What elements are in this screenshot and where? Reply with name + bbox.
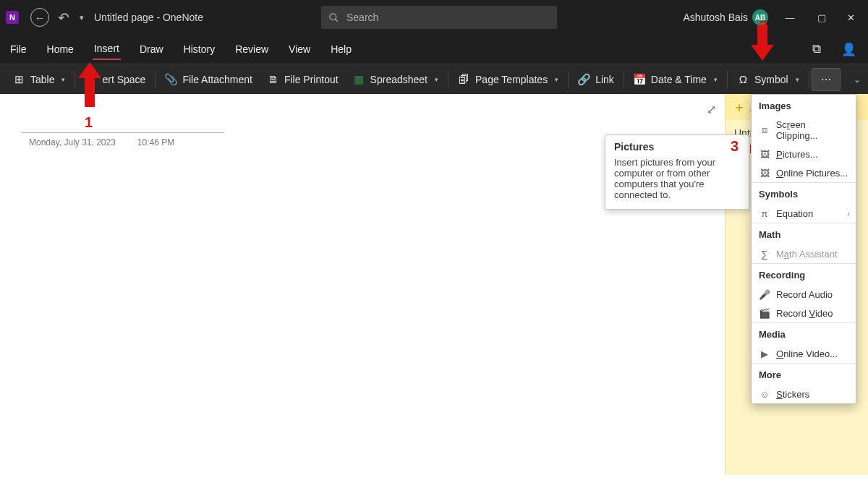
picture-icon: 🖼	[759, 148, 770, 160]
annotation-1-label: 1	[85, 114, 93, 131]
menu-record-video[interactable]: 🎬Record Video	[752, 304, 856, 322]
menu-home[interactable]: Home	[46, 39, 75, 59]
page-header: Monday, July 31, 2023 10:46 PM	[22, 132, 224, 147]
svg-point-0	[330, 13, 336, 20]
tooltip-title: Pictures	[614, 141, 740, 153]
tooltip-body: Insert pictures from your computer or fr…	[614, 157, 740, 200]
table-button[interactable]: ⊞Table▾	[6, 68, 72, 91]
symbol-button[interactable]: ΩSymbol▾	[730, 68, 807, 91]
pi-icon: π	[759, 207, 770, 219]
qat-dropdown[interactable]: ▾	[80, 13, 84, 22]
search-icon	[328, 12, 339, 23]
file-attachment-button[interactable]: 📎File Attachment	[158, 68, 260, 91]
annotation-2-label: 2	[760, 17, 767, 34]
menu-record-audio[interactable]: 🎤Record Audio	[752, 285, 856, 304]
menu-help[interactable]: Help	[329, 39, 353, 59]
dd-header-more: More	[752, 364, 856, 385]
user-account[interactable]: Ashutosh Bais AB	[684, 9, 769, 25]
video-icon: 🎬	[759, 307, 770, 319]
menu-view[interactable]: View	[287, 39, 312, 59]
dd-header-media: Media	[752, 323, 856, 344]
menu-screen-clipping[interactable]: ⧈Screen Clipping...	[752, 116, 856, 145]
excel-icon: ▦	[353, 73, 365, 85]
online-video-icon: ▶	[759, 348, 770, 359]
search-box[interactable]: Search	[321, 6, 557, 29]
math-icon: ∑	[759, 248, 770, 260]
annotation-1-arrow	[78, 62, 101, 110]
onenote-app-icon: N	[6, 11, 19, 24]
calendar-icon: 📅	[634, 73, 646, 85]
table-icon: ⊞	[13, 73, 25, 85]
online-picture-icon: 🖼	[759, 167, 770, 179]
ribbon-collapse-button[interactable]: ⌄	[854, 74, 861, 85]
date-time-button[interactable]: 📅Date & Time▾	[626, 68, 725, 91]
menu-online-pictures[interactable]: 🖼Online Pictures...	[752, 163, 856, 182]
window-maximize-button[interactable]: ▢	[807, 3, 836, 32]
printout-icon: 🗎	[267, 73, 279, 85]
undo-button[interactable]: ↶	[58, 9, 69, 26]
dd-header-recording: Recording	[752, 264, 856, 285]
insert-overflow-menu: Images ⧈Screen Clipping... 🖼Pictures... …	[751, 94, 856, 404]
user-name: Ashutosh Bais	[684, 12, 749, 23]
file-printout-button[interactable]: 🗎File Printout	[260, 68, 346, 91]
search-placeholder: Search	[346, 12, 378, 23]
clipping-icon: ⧈	[759, 124, 770, 136]
dd-header-symbols: Symbols	[752, 183, 856, 204]
window-minimize-button[interactable]: ―	[775, 3, 804, 32]
pictures-tooltip: 3 Pictures Insert pictures from your com…	[605, 134, 749, 210]
spreadsheet-button[interactable]: ▦Spreadsheet▾	[346, 68, 446, 91]
ribbon-insert: ⊞Table▾ ↔ert Space 📎File Attachment 🗎Fil…	[0, 64, 868, 94]
omega-icon: Ω	[737, 73, 749, 85]
menu-equation[interactable]: πEquation›	[752, 204, 856, 223]
window-close-button[interactable]: ✕	[836, 3, 865, 32]
page-time: 10:46 PM	[137, 137, 174, 147]
menu-bar: File Home Insert Draw History Review Vie…	[0, 35, 868, 64]
menu-draw[interactable]: Draw	[138, 39, 165, 59]
link-icon: 🔗	[578, 73, 590, 85]
dd-header-math: Math	[752, 223, 856, 244]
menu-history[interactable]: History	[182, 39, 217, 59]
more-commands-button[interactable]: ⋯	[812, 68, 841, 91]
link-button[interactable]: 🔗Link	[571, 68, 621, 91]
menu-pictures[interactable]: 🖼Pictures...	[752, 145, 856, 163]
svg-line-1	[335, 19, 337, 21]
menu-review[interactable]: Review	[234, 39, 270, 59]
audio-icon: 🎤	[759, 288, 770, 300]
menu-math-assistant: ∑Math Assistant	[752, 244, 856, 263]
title-bar: N ← ↶ ▾ Untitled page - OneNote Search A…	[0, 0, 868, 35]
menu-online-video[interactable]: ▶Online Video...	[752, 344, 856, 363]
dd-header-images: Images	[752, 95, 856, 116]
open-window-icon[interactable]: ⧉	[812, 42, 821, 57]
page-templates-button[interactable]: 🗐Page Templates▾	[451, 68, 566, 91]
ellipsis-icon: ⋯	[821, 74, 831, 85]
templates-icon: 🗐	[458, 73, 470, 85]
back-button[interactable]: ←	[30, 8, 49, 27]
paperclip-icon: 📎	[165, 73, 177, 85]
window-title: Untitled page - OneNote	[94, 12, 203, 23]
annotation-3-label: 3	[731, 138, 739, 155]
menu-stickers[interactable]: ☺Stickers	[752, 385, 856, 403]
menu-insert[interactable]: Insert	[93, 38, 121, 60]
page-date: Monday, July 31, 2023	[29, 137, 116, 147]
menu-file[interactable]: File	[9, 39, 28, 59]
fullscreen-icon[interactable]: ⤢	[707, 103, 716, 116]
chevron-right-icon: ›	[847, 209, 850, 218]
sticker-icon: ☺	[759, 388, 770, 400]
share-icon[interactable]: 👤	[841, 42, 856, 57]
